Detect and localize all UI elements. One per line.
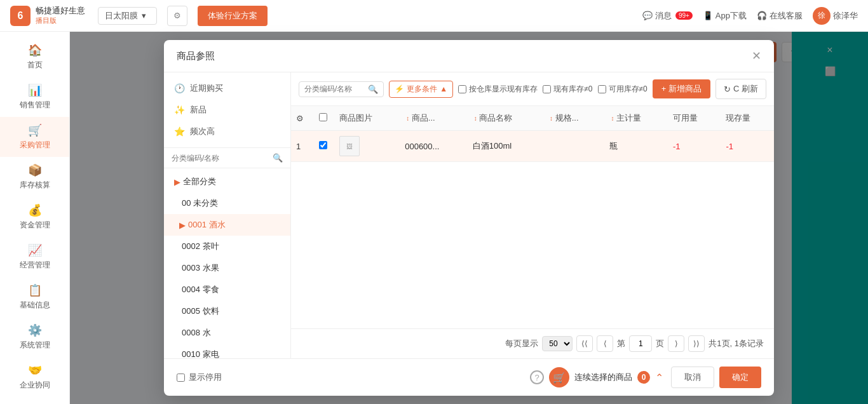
tab-recent-purchase[interactable]: 🕐 近期购买 [164,77,290,99]
th-settings: ⚙ [291,106,314,131]
sidebar-item-finance[interactable]: 💰 资金管理 [0,197,69,237]
settings-column-icon[interactable]: ⚙ [296,114,304,123]
sidebar-item-sales[interactable]: 📊 销售管理 [0,77,69,117]
sidebar-item-label: 基础信息 [20,300,50,311]
per-page-select[interactable]: 50 [542,336,573,351]
th-image: 商品图片 [334,106,400,131]
row-checkbox[interactable] [319,141,327,149]
cart-button[interactable]: 🛒 [549,367,569,387]
search-magnifier-icon[interactable]: 🔍 [368,84,378,94]
sidebar-item-label: 首页 [27,60,43,71]
td-image: 🖼 [334,131,400,162]
sidebar-item-basic-info[interactable]: 📋 基础信息 [0,277,69,317]
sales-icon: 📊 [28,83,42,97]
th-spec: ↕ 规格... [543,106,604,131]
td-index: 1 [291,131,314,162]
category-item-0001[interactable]: ▶ 0001 酒水 [164,214,290,236]
sidebar-item-home[interactable]: 🏠 首页 [0,37,69,77]
category-item-0010[interactable]: 0010 家电 [164,344,290,358]
online-service-item[interactable]: 🎧 在线客服 [757,10,803,22]
settings-icon[interactable]: ⚙ [167,6,187,26]
category-item-0005[interactable]: 0005 饮料 [164,300,290,322]
category-item-0004[interactable]: 0004 零食 [164,279,290,300]
show-disabled-checkbox[interactable] [177,374,185,382]
sidebar: 🏠 首页 📊 销售管理 🛒 采购管理 📦 库存核算 💰 资金管理 📈 经营管理 … [0,32,70,404]
user-profile[interactable]: 徐 徐泽华 [813,7,858,25]
product-image: 🖼 [339,136,360,156]
sidebar-item-guide[interactable]: 🎯 新手引导 [0,397,69,404]
available-stock-checkbox[interactable] [598,85,606,93]
recent-icon: 🕐 [174,83,185,93]
message-icon: 💬 [642,11,653,20]
category-item-0008[interactable]: 0008 水 [164,322,290,344]
search-icon[interactable]: 🔍 [273,153,283,163]
td-code: 000600... [400,131,468,162]
category-item-0003[interactable]: 0003 水果 [164,257,290,279]
sidebar-item-label: 库存核算 [20,180,50,191]
category-search-bar: 🔍 [164,148,290,168]
inventory-icon: 📦 [28,163,42,177]
enterprise-icon: 🤝 [28,363,42,377]
footer-action-buttons: 取消 确定 [671,367,761,388]
product-table-body: 1 🖼 [291,131,774,162]
nav-dropdown[interactable]: 日太阳膜 ▾ [98,7,157,25]
logo-area: 6 畅捷通好生意 播目版 [10,6,85,26]
sidebar-item-system[interactable]: ⚙️ 系统管理 [0,317,69,357]
modal-close-icon[interactable]: ✕ [752,49,761,63]
next-page-btn[interactable]: ⟩ [668,335,684,352]
product-reference-modal: 商品参照 ✕ 🕐 近期购买 ✨ 新 [164,40,774,396]
sidebar-item-operations[interactable]: 📈 经营管理 [0,237,69,277]
confirm-button[interactable]: 确定 [719,367,761,388]
prev-page-btn[interactable]: ⟨ [597,335,613,352]
trial-button[interactable]: 体验行业方案 [198,6,268,26]
category-search-input[interactable] [172,154,273,163]
category-all[interactable]: ▶ 全部分类 [164,171,290,192]
sidebar-item-purchase[interactable]: 🛒 采购管理 [0,117,69,157]
first-page-btn[interactable]: ⟨⟨ [576,335,593,352]
main-layout: 🏠 首页 📊 销售管理 🛒 采购管理 📦 库存核算 💰 资金管理 📈 经营管理 … [0,32,868,404]
star-icon: ⭐ [174,126,185,137]
table-row[interactable]: 1 🖼 [291,131,774,162]
collapse-up-icon[interactable]: ⌃ [655,372,663,384]
sidebar-item-label: 系统管理 [20,340,50,351]
sidebar-item-inventory[interactable]: 📦 库存核算 [0,157,69,197]
refresh-btn[interactable]: ↻ C 刷新 [715,79,766,99]
cancel-button[interactable]: 取消 [671,367,714,388]
sidebar-item-enterprise[interactable]: 🤝 企业协同 [0,357,69,397]
headset-icon: 🎧 [757,11,767,20]
add-product-button[interactable]: + 新增商品 [653,79,710,98]
checkbox-available-stock[interactable]: 可用库存≠0 [598,84,648,95]
checkbox-existing-stock[interactable]: 现有库存≠0 [543,84,592,95]
select-all-checkbox[interactable] [319,113,327,121]
more-conditions-btn[interactable]: ⚡ 更多条件 ▲ [389,81,453,98]
sidebar-item-label: 经营管理 [20,260,50,271]
logo-text-block: 畅捷通好生意 播目版 [36,6,85,26]
new-icon: ✨ [174,105,185,115]
show-disabled-checkbox-label[interactable]: 显示停用 [177,372,222,383]
modal-body: 🕐 近期购买 ✨ 新品 ⭐ 频次高 [164,72,774,358]
messages-nav-item[interactable]: 💬 消息 99+ [642,10,693,22]
existing-stock-checkbox[interactable] [543,85,551,93]
collapse-left-panel-btn[interactable]: 《 [290,200,291,231]
td-checkbox [314,131,334,162]
warehouse-stock-checkbox[interactable] [458,85,466,93]
checkbox-warehouse-stock[interactable]: 按仓库显示现有库存 [458,84,538,95]
category-item-0002[interactable]: 0002 茶叶 [164,236,290,257]
tab-new-products[interactable]: ✨ 新品 [164,99,290,121]
product-search-input[interactable] [304,84,368,93]
page-number-input[interactable] [629,335,652,352]
operations-icon: 📈 [28,243,42,257]
modal-toolbar: 🔍 ⚡ 更多条件 ▲ 按仓库显示现有库存 [291,72,774,106]
category-item-00[interactable]: 00 未分类 [164,192,290,214]
home-icon: 🏠 [28,43,42,57]
tab-frequent[interactable]: ⭐ 频次高 [164,121,290,142]
td-spec [543,131,604,162]
last-page-btn[interactable]: ⟩⟩ [688,335,705,352]
message-badge: 99+ [675,11,693,20]
chevron-down-icon: ▾ [142,11,146,20]
td-stock: -1 [721,131,774,162]
app-download-item[interactable]: 📱 App下载 [703,10,747,22]
modal-footer: 显示停用 ? 🛒 连续选择的商品 0 ⌃ 取消 确定 [164,358,774,396]
pagination-bar: 每页显示 50 ⟨⟨ ⟨ 第 页 ⟩ ⟩⟩ 共1页, 1条记录 [291,328,774,358]
help-icon[interactable]: ? [530,370,544,384]
